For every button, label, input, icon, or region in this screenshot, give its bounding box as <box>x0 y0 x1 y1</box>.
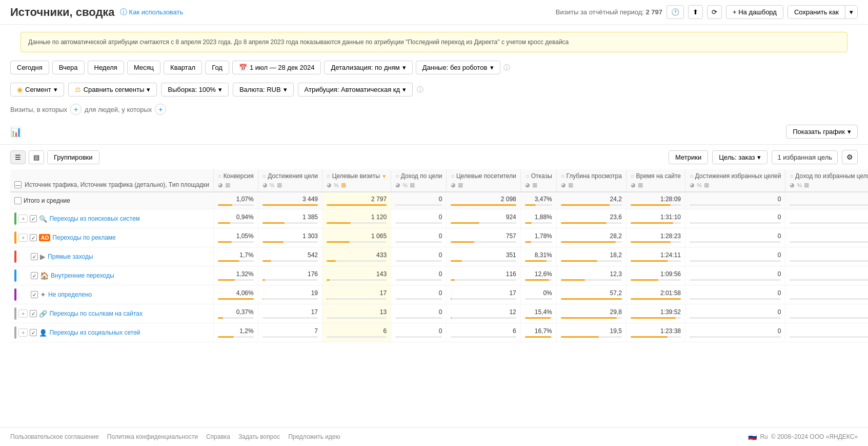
ach-pct-icon[interactable]: % <box>270 182 275 188</box>
week-button[interactable]: Неделя <box>88 61 124 74</box>
row-checkbox-undefined[interactable]: ✓ <box>31 291 38 298</box>
row-name-undefined[interactable]: Не определено <box>48 291 92 298</box>
save-as-button[interactable]: Сохранить как <box>788 6 845 18</box>
table-row: ✓✦Не определено 4,06% 19 17 0 17 0% 57,2 <box>10 285 868 304</box>
table-settings-button[interactable]: ⚙ <box>842 150 858 164</box>
ach-pie-icon[interactable]: ◕ <box>263 182 268 188</box>
clock-button[interactable]: 🕐 <box>667 5 684 19</box>
cell-revenue-goal-search: 0 <box>391 209 447 228</box>
list-view-button[interactable]: ☰ <box>10 150 26 164</box>
export-button[interactable]: ⬆ <box>688 5 703 19</box>
quarter-button[interactable]: Квартал <box>164 61 202 74</box>
row-checkbox-referral[interactable]: ✓ <box>30 310 37 317</box>
cell-achievements-social: 7 <box>258 323 322 342</box>
depth-pie-icon[interactable]: ◕ <box>561 182 566 188</box>
row-name-internal[interactable]: Внутренние переходы <box>51 272 114 279</box>
row-name-search[interactable]: Переходы из поисковых систем <box>49 215 139 222</box>
rg-pct-icon[interactable]: % <box>402 182 408 188</box>
save-as-caret[interactable]: ▾ <box>845 6 857 18</box>
add-people-filter-button[interactable]: + <box>155 104 166 115</box>
expand-button-search[interactable]: + <box>18 215 28 223</box>
yesterday-button[interactable]: Вчера <box>52 61 85 74</box>
chevron-down-icon6: ▾ <box>284 86 287 93</box>
attribution-button[interactable]: Атрибуция: Автоматическая кд ▾ <box>298 83 413 96</box>
source-cell-referral: +✓🔗Переходы по ссылкам на сайтах <box>10 304 214 323</box>
chevron-down-icon: ▾ <box>402 64 406 71</box>
data-button[interactable]: Данные: без роботов ▾ <box>416 61 500 74</box>
tvis-pie-icon[interactable]: ◕ <box>451 182 456 188</box>
footer-link-agreement[interactable]: Пользовательское соглашение <box>10 433 99 440</box>
month-button[interactable]: Месяц <box>127 61 160 74</box>
cell-bounces-ads: 1,78% <box>520 228 556 247</box>
select-all-checkbox[interactable]: — <box>14 181 22 188</box>
row-checkbox-internal[interactable]: ✓ <box>31 272 38 279</box>
show-chart-button[interactable]: Показать график ▾ <box>786 125 858 139</box>
row-checkbox-social[interactable]: ✓ <box>30 329 37 336</box>
footer-link-suggest[interactable]: Предложить идею <box>288 433 340 440</box>
row-checkbox-search[interactable]: ✓ <box>30 215 37 222</box>
cell-achievements-ads: 1 303 <box>258 228 322 247</box>
row-name-direct[interactable]: Прямые заходы <box>48 253 93 260</box>
tv-bar-icon[interactable]: ▦ <box>341 182 346 188</box>
ach-bar-icon[interactable]: ▦ <box>277 182 282 188</box>
compare-segments-button[interactable]: ⚖ Сравнить сегменты ▾ <box>68 83 157 96</box>
conv-bar-icon[interactable]: ▦ <box>225 182 230 188</box>
frev-pct-icon[interactable]: % <box>797 182 802 188</box>
currency-button[interactable]: Валюта: RUB ▾ <box>233 83 294 96</box>
expand-button-referral[interactable]: + <box>18 309 28 318</box>
compare-button[interactable]: ⟳ <box>707 5 722 19</box>
cell-achievements-referral: 17 <box>258 304 322 323</box>
row-checkbox-direct[interactable]: ✓ <box>31 253 38 260</box>
frev-bar-icon[interactable]: ▦ <box>804 182 809 188</box>
metrics-button[interactable]: Метрики <box>669 150 708 164</box>
time-pie-icon[interactable]: ◕ <box>631 182 636 188</box>
groupings-button[interactable]: Группировки <box>47 150 99 164</box>
source-icon-search: 🔍 <box>39 215 47 223</box>
row-name-social[interactable]: Переходы из социальных сетей <box>49 329 140 336</box>
tvis-bar-icon[interactable]: ▦ <box>458 182 463 188</box>
depth-bar-icon[interactable]: ▦ <box>568 182 573 188</box>
bounce-pie-icon[interactable]: ◕ <box>525 182 530 188</box>
add-visits-filter-button[interactable]: + <box>70 104 82 115</box>
expand-button-ads[interactable]: + <box>18 234 28 242</box>
year-button[interactable]: Год <box>205 61 229 74</box>
info-link[interactable]: ⓘ Как использовать <box>120 8 184 17</box>
expand-button-social[interactable]: + <box>18 328 28 337</box>
tv-pie-icon[interactable]: ◕ <box>327 182 332 188</box>
row-name-ads[interactable]: Переходы по рекламе <box>52 234 115 241</box>
depth-info-icon: ○ <box>561 172 564 180</box>
cell-depth-undefined: 57,2 <box>556 285 626 304</box>
row-checkbox-total[interactable] <box>14 197 22 204</box>
footer-link-privacy[interactable]: Политика конфиденциальности <box>107 433 198 440</box>
bounce-bar-icon[interactable]: ▦ <box>532 182 537 188</box>
date-range-button[interactable]: 📅 1 июл — 28 дек 2024 <box>232 61 321 74</box>
goal-button[interactable]: Цель: заказ ▾ <box>712 150 768 164</box>
today-button[interactable]: Сегодня <box>10 61 49 74</box>
frev-pie-icon[interactable]: ◕ <box>790 182 795 188</box>
rg-pie-icon[interactable]: ◕ <box>395 182 400 188</box>
cell-revenue-goal-ads: 0 <box>391 228 447 247</box>
fach-pie-icon[interactable]: ◕ <box>690 182 695 188</box>
cell-fav-revenue-direct: 0 <box>785 247 868 266</box>
rg-bar-icon[interactable]: ▦ <box>410 182 415 188</box>
cell-fav-revenue-social: 0 <box>785 323 868 342</box>
footer-link-help[interactable]: Справка <box>206 433 230 440</box>
segment-button[interactable]: ◉ Сегмент ▾ <box>10 83 64 96</box>
footer-link-ask[interactable]: Задать вопрос <box>238 433 280 440</box>
cell-achievements-internal: 176 <box>258 266 322 285</box>
fach-bar-icon[interactable]: ▦ <box>704 182 709 188</box>
cell-target-visitors-undefined: 17 <box>447 285 520 304</box>
fach-info-icon: ○ <box>690 172 693 180</box>
detail-button[interactable]: Детализация: по дням ▾ <box>324 61 412 74</box>
cell-target-visitors-total: 2 098 <box>447 192 520 209</box>
row-checkbox-ads[interactable]: ✓ <box>30 234 37 241</box>
chevron-down-icon4: ▾ <box>147 86 150 93</box>
conv-pie-icon[interactable]: ◕ <box>218 182 223 188</box>
fach-pct-icon[interactable]: % <box>697 182 702 188</box>
grid-view-button[interactable]: ▤ <box>29 150 44 164</box>
tv-pct-icon[interactable]: % <box>334 182 339 188</box>
add-dashboard-button[interactable]: + На дашборд <box>726 5 783 19</box>
row-name-referral[interactable]: Переходы по ссылкам на сайтах <box>49 310 143 317</box>
sample-button[interactable]: Выборка: 100% ▾ <box>161 83 229 96</box>
time-bar-icon[interactable]: ▦ <box>638 182 643 188</box>
